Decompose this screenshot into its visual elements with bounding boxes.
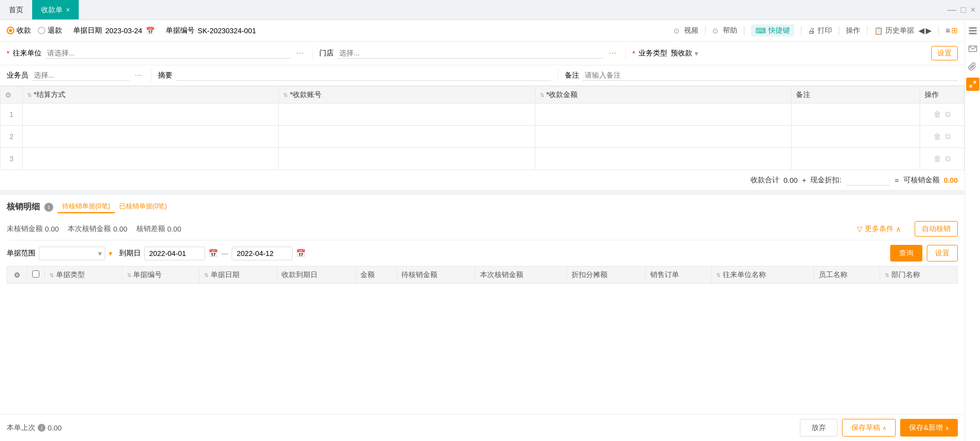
svg-rect-1 — [969, 30, 977, 32]
info-icon2[interactable]: i — [38, 424, 45, 432]
tab-pending[interactable]: 待核销单据(0笔) — [58, 201, 115, 213]
sidebar-email-icon[interactable] — [966, 42, 979, 55]
print-action[interactable]: 🖨 打印 — [808, 25, 832, 35]
range-arrow[interactable]: ▾ — [109, 249, 113, 258]
account-cell-2[interactable] — [279, 126, 535, 148]
row-num-3: 3 — [1, 148, 23, 170]
shortcuts-action[interactable]: ⌨ 快捷键 — [751, 24, 794, 37]
help-action[interactable]: 帮助 — [723, 25, 737, 35]
settlement-cell-1[interactable] — [23, 104, 279, 126]
notes-cell-3[interactable] — [791, 148, 920, 170]
calendar-from-icon[interactable]: 📅 — [208, 249, 218, 258]
current-check-label: 本次核销金额 — [68, 224, 111, 234]
info-icon[interactable]: i — [44, 203, 53, 212]
sidebar-table-icon[interactable] — [966, 24, 979, 38]
amount-cell-1[interactable] — [535, 104, 791, 126]
total-label: 收款合计 — [751, 175, 779, 185]
amount-cell-3[interactable] — [535, 148, 791, 170]
copy-btn-3[interactable]: ⧉ — [944, 153, 952, 165]
more-conditions-label: 更多条件 — [865, 224, 894, 234]
delete-btn-1[interactable]: 🗑 — [932, 109, 942, 120]
field-divider-4 — [558, 69, 558, 82]
settlement-cell-2[interactable] — [23, 126, 279, 148]
notes-cell-1[interactable] — [791, 104, 920, 126]
more-conditions[interactable]: ▽ 更多条件 ∧ — [857, 224, 901, 234]
notes-input[interactable] — [583, 70, 958, 81]
query-button[interactable]: 查询 — [890, 245, 922, 261]
radio-receive[interactable]: 收款 — [7, 25, 31, 35]
date-from-input[interactable] — [144, 247, 205, 260]
prev-arrow[interactable]: ◀ — [918, 26, 925, 35]
bottom-actions: 放弃 保存草稿 ∧ 保存&新增 ∧ — [800, 419, 958, 437]
maximize-button[interactable]: □ — [961, 5, 966, 15]
business-type-arrow: ▾ — [695, 49, 698, 58]
tab-close-button[interactable]: × — [66, 6, 70, 14]
counterparty-name-label: 往来单位名称 — [723, 270, 766, 279]
history-action[interactable]: 📋 历史单据 — [874, 25, 914, 35]
notes-cell-2[interactable] — [791, 126, 920, 148]
tab-current[interactable]: 收款单 × — [32, 0, 79, 19]
abandon-button[interactable]: 放弃 — [800, 419, 838, 437]
counterparty-more[interactable]: ··· — [294, 48, 305, 58]
calendar-icon[interactable]: 📅 — [146, 27, 155, 35]
number-value[interactable]: SK-20230324-001 — [198, 27, 257, 35]
abstract-input[interactable] — [176, 70, 551, 81]
view-toggle: ≡ ⊞ — [946, 26, 958, 35]
account-cell-1[interactable] — [279, 104, 535, 126]
verification-table: ⚙ ⇅ 单据类型 ⇅ 单据编号 — [7, 266, 958, 284]
date-label: 单据日期 — [73, 25, 102, 35]
account-cell-3[interactable] — [279, 148, 535, 170]
copy-btn-2[interactable]: ⧉ — [944, 131, 952, 142]
sort-icon-type: ⇅ — [49, 272, 54, 278]
settings-button[interactable]: 设置 — [931, 46, 958, 60]
save-draft-button[interactable]: 保存草稿 ∧ — [842, 419, 896, 437]
minimize-button[interactable]: — — [947, 5, 956, 15]
tab-verified[interactable]: 已核销单据(0笔) — [115, 201, 172, 213]
date-value[interactable]: 2023-03-24 — [105, 27, 142, 35]
store-more[interactable]: ··· — [606, 48, 618, 58]
date-to-input[interactable] — [232, 247, 293, 260]
discount-input[interactable] — [846, 175, 890, 186]
delete-btn-3[interactable]: 🗑 — [932, 153, 942, 164]
divider4 — [839, 26, 839, 35]
filter-settings-button[interactable]: 设置 — [927, 245, 958, 261]
ops-cell-1: 🗑 ⧉ — [920, 104, 964, 126]
salesperson-group: 业务员 ··· — [7, 70, 144, 81]
salesperson-more[interactable]: ··· — [132, 70, 144, 80]
close-button[interactable]: × — [971, 5, 976, 15]
video-action[interactable]: 视频 — [684, 25, 698, 35]
gear-icon[interactable]: ⚙ — [5, 91, 12, 99]
settlement-cell-3[interactable] — [23, 148, 279, 170]
next-arrow[interactable]: ▶ — [926, 26, 932, 35]
counterparty-input[interactable] — [45, 48, 290, 59]
salesperson-input[interactable] — [32, 70, 129, 81]
select-all-checkbox[interactable] — [32, 270, 39, 278]
table-settings-header[interactable]: ⚙ — [1, 86, 23, 104]
verification-table-wrap: ⚙ ⇅ 单据类型 ⇅ 单据编号 — [7, 266, 958, 408]
save-new-button[interactable]: 保存&新增 ∧ — [900, 419, 958, 437]
calendar-to-icon[interactable]: 📅 — [296, 249, 305, 258]
sidebar-expand-icon[interactable] — [966, 78, 979, 91]
list-view-btn[interactable]: ≡ — [946, 26, 950, 35]
radio-refund[interactable]: 退款 — [38, 25, 62, 35]
auto-verify-button[interactable]: 自动核销 — [915, 221, 958, 237]
verify-checkbox-header[interactable] — [27, 266, 45, 284]
sidebar-attachment-icon[interactable] — [966, 60, 979, 73]
sort-icon-dept: ⇅ — [885, 272, 889, 278]
sort-icon: ⇅ — [27, 92, 32, 98]
verify-settings-header[interactable]: ⚙ — [7, 266, 27, 284]
tab-home[interactable]: 首页 — [0, 0, 32, 19]
business-type-display[interactable]: 预收款 ▾ — [671, 48, 698, 58]
grid-view-btn[interactable]: ⊞ — [951, 26, 958, 35]
amount-cell-2[interactable] — [535, 126, 791, 148]
range-select[interactable] — [39, 247, 105, 260]
operations-action[interactable]: 操作 — [846, 25, 860, 35]
delete-btn-2[interactable]: 🗑 — [932, 131, 942, 142]
save-new-arrow: ∧ — [945, 425, 949, 431]
copy-btn-1[interactable]: ⧉ — [944, 109, 952, 120]
store-input[interactable] — [337, 48, 603, 59]
print-label: 打印 — [818, 25, 832, 35]
date-separator: — — [221, 249, 228, 258]
gear-icon2[interactable]: ⚙ — [14, 271, 21, 279]
divider3 — [801, 26, 802, 35]
